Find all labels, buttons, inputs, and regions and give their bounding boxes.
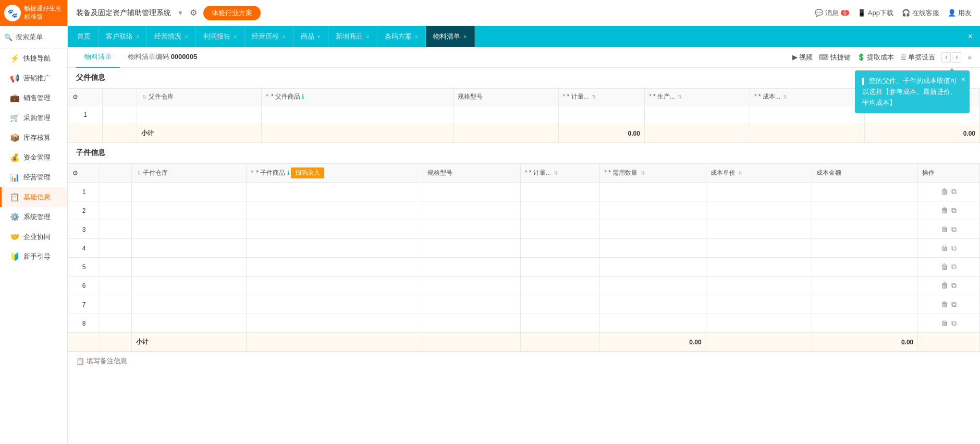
delete-icon-3[interactable]: 🗑	[941, 225, 948, 234]
delete-icon-1[interactable]: 🗑	[941, 187, 948, 196]
tab-goods-close[interactable]: ×	[317, 33, 321, 40]
delete-icon-8[interactable]: 🗑	[941, 319, 948, 328]
delete-icon-6[interactable]: 🗑	[941, 281, 948, 290]
delete-icon-5[interactable]: 🗑	[941, 262, 948, 271]
child-unit-price-8[interactable]	[706, 314, 812, 333]
child-qty-7[interactable]	[600, 295, 706, 314]
tab-customer[interactable]: 客户联络 ×	[99, 26, 147, 47]
child-spec-6[interactable]	[423, 277, 520, 295]
child-spec-7[interactable]	[423, 295, 520, 314]
view-toggle-icon[interactable]: ≡	[967, 53, 972, 61]
child-unit-5[interactable]	[520, 258, 600, 277]
tab-customer-close[interactable]: ×	[136, 33, 139, 40]
child-cost-amt-3[interactable]	[812, 220, 917, 239]
child-unit-1[interactable]	[520, 183, 600, 201]
delete-icon-4[interactable]: 🗑	[941, 244, 948, 253]
tab-history[interactable]: 经营历程 ×	[244, 26, 293, 47]
tab-bom-close[interactable]: ×	[463, 33, 467, 40]
messages-button[interactable]: 💬 消息 6	[815, 8, 849, 18]
tab-operation[interactable]: 经营情况 ×	[147, 26, 195, 47]
child-unit-price-6[interactable]	[706, 277, 812, 295]
child-unit-6[interactable]	[520, 277, 600, 295]
child-unit-price-7[interactable]	[706, 295, 812, 314]
sidebar-nav-item-purchase[interactable]: 🛒 采购管理	[0, 108, 67, 128]
sidebar-nav-item-finance[interactable]: 💰 资金管理	[0, 148, 67, 167]
child-unit-price-1[interactable]	[706, 183, 812, 201]
parent-spec-1[interactable]	[453, 105, 558, 124]
tab-operation-close[interactable]: ×	[185, 33, 188, 40]
nav-next-button[interactable]: ›	[952, 52, 961, 63]
child-unit-2[interactable]	[520, 201, 600, 220]
copy-icon-8[interactable]: ⧉	[951, 319, 957, 328]
parent-col-settings[interactable]: ⚙	[68, 89, 103, 105]
app-download-button[interactable]: 📱 App下载	[858, 8, 893, 18]
parent-warehouse-1[interactable]	[137, 105, 262, 124]
tab-profit-close[interactable]: ×	[234, 33, 237, 40]
parent-prod-1[interactable]	[644, 105, 750, 124]
child-warehouse-8[interactable]	[132, 314, 247, 333]
tab-bom[interactable]: 物料清单 ×	[426, 26, 474, 47]
child-product-8[interactable]	[247, 314, 423, 333]
child-product-3[interactable]	[247, 220, 423, 239]
parent-unit-1[interactable]	[558, 105, 644, 124]
child-unit-price-5[interactable]	[706, 258, 812, 277]
child-qty-5[interactable]	[600, 258, 706, 277]
tab-barcode[interactable]: 条码方案 ×	[377, 26, 426, 47]
child-cost-amt-4[interactable]	[812, 239, 917, 258]
copy-icon-1[interactable]: ⧉	[951, 187, 957, 196]
child-product-5[interactable]	[247, 258, 423, 277]
sidebar-nav-item-inventory[interactable]: 📦 库存核算	[0, 128, 67, 148]
delete-icon-2[interactable]: 🗑	[941, 206, 948, 215]
tab-profit[interactable]: 利润报告 ×	[196, 26, 244, 47]
child-spec-2[interactable]	[423, 201, 520, 220]
child-warehouse-4[interactable]	[132, 239, 247, 258]
child-unit-7[interactable]	[520, 295, 600, 314]
child-qty-3[interactable]	[600, 220, 706, 239]
child-unit-3[interactable]	[520, 220, 600, 239]
child-cost-amt-7[interactable]	[812, 295, 917, 314]
tab-home[interactable]: 首页	[70, 26, 99, 47]
nav-prev-button[interactable]: ‹	[941, 52, 951, 63]
tab-barcode-close[interactable]: ×	[415, 33, 418, 40]
delete-icon-7[interactable]: 🗑	[941, 300, 948, 309]
child-spec-4[interactable]	[423, 239, 520, 258]
child-qty-8[interactable]	[600, 314, 706, 333]
video-ctrl[interactable]: ▶ 视频	[792, 53, 813, 62]
child-qty-2[interactable]	[600, 201, 706, 220]
tooltip-close-button[interactable]: ×	[961, 74, 965, 85]
child-spec-3[interactable]	[423, 220, 520, 239]
child-cost-amt-1[interactable]	[812, 183, 917, 201]
child-product-4[interactable]	[247, 239, 423, 258]
copy-icon-7[interactable]: ⧉	[951, 300, 957, 309]
sidebar-nav-item-quick-nav[interactable]: ⚡ 快捷导航	[0, 49, 67, 68]
child-warehouse-1[interactable]	[132, 183, 247, 201]
child-product-1[interactable]	[247, 183, 423, 201]
child-warehouse-5[interactable]	[132, 258, 247, 277]
child-warehouse-7[interactable]	[132, 295, 247, 314]
tab-new-goods-close[interactable]: ×	[366, 33, 369, 40]
child-product-2[interactable]	[247, 201, 423, 220]
sidebar-nav-item-business[interactable]: 📊 经营管理	[0, 167, 67, 187]
child-qty-6[interactable]	[600, 277, 706, 295]
user-button[interactable]: 👤 用友	[948, 8, 972, 18]
experience-button[interactable]: 体验行业方案	[203, 6, 261, 20]
tab-bar-close-all[interactable]: ×	[963, 32, 978, 41]
child-spec-8[interactable]	[423, 314, 520, 333]
online-service-button[interactable]: 🎧 在线客服	[902, 8, 939, 18]
child-spec-1[interactable]	[423, 183, 520, 201]
child-product-7[interactable]	[247, 295, 423, 314]
settings-button[interactable]: ⚙	[190, 8, 197, 18]
child-warehouse-6[interactable]	[132, 277, 247, 295]
tab-goods[interactable]: 商品 ×	[293, 26, 328, 47]
sidebar-nav-item-marketing[interactable]: 📢 营销推广	[0, 68, 67, 88]
child-cost-amt-2[interactable]	[812, 201, 917, 220]
child-qty-4[interactable]	[600, 239, 706, 258]
child-product-6[interactable]	[247, 277, 423, 295]
copy-icon-4[interactable]: ⧉	[951, 244, 957, 253]
child-spec-5[interactable]	[423, 258, 520, 277]
doc-settings-ctrl[interactable]: ☰ 单据设置	[900, 53, 935, 62]
search-menu-button[interactable]: 🔍 搜索菜单	[4, 30, 63, 44]
child-col-settings[interactable]: ⚙	[68, 164, 100, 183]
child-unit-8[interactable]	[520, 314, 600, 333]
copy-icon-6[interactable]: ⧉	[951, 281, 957, 290]
